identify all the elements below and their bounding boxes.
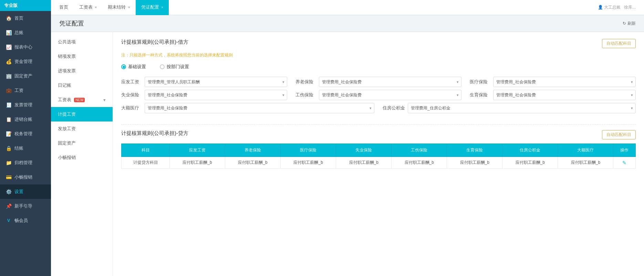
field-medical: 医疗保险 管理费用_社会保险费 (470, 77, 636, 87)
sidebar-item-settings[interactable]: ⚙️ 设置 (0, 184, 51, 199)
page-title-bar: 凭证配置 ↻ 刷新 (51, 15, 644, 32)
section1-note: 注：只能选择一种方式，系统将按照您当前的选择来配置规则 (121, 52, 636, 58)
field-unemployment: 失业保险 管理费用_社会保险费 (121, 90, 287, 100)
tax-icon: 📝 (6, 131, 12, 137)
maternity-label: 生育保险 (470, 92, 490, 98)
fund-icon: 💰 (6, 59, 12, 64)
th-large-medical: 大额医疗 (558, 144, 613, 157)
guide-icon: 📌 (6, 203, 12, 209)
medical-label: 医疗保险 (470, 79, 490, 85)
td-subject: 计提贷方科目 (122, 157, 170, 169)
section-credit: 计提核算规则(公司承担)-贷方 自动匹配科目 科目 应发工资 养老保险 医疗保险… (121, 130, 636, 169)
building-icon: 🏢 (6, 73, 12, 79)
app-edition: 专业版 (0, 0, 51, 11)
th-unemployment: 失业保险 (336, 144, 392, 157)
td-pension: 应付职工薪酬_b (225, 157, 281, 169)
close-payroll-table-tab[interactable]: × (95, 5, 97, 9)
lock-icon: 🔒 (6, 146, 12, 151)
left-nav-public-options[interactable]: 公共选项 (51, 35, 113, 49)
field-injury: 工伤保险 管理费用_社会保险费 (295, 90, 461, 100)
salary-icon: 💼 (6, 88, 12, 93)
field-maternity: 生育保险 管理费用_社会保险费 (470, 90, 636, 100)
medical-select[interactable]: 管理费用_社会保险费 (493, 77, 636, 87)
injury-select-wrapper: 管理费用_社会保险费 (319, 90, 461, 100)
sidebar-item-fixed-assets[interactable]: 🏢 固定资产 (0, 69, 51, 83)
tab-period-close[interactable]: 期末结转 × (102, 0, 135, 15)
th-subject: 科目 (122, 144, 170, 157)
td-medical: 应付职工薪酬_b (281, 157, 336, 169)
maternity-select-wrapper: 管理费用_社会保险费 (493, 90, 636, 100)
housing-fund-label: 住房公积金 (383, 105, 405, 111)
left-nav-purchase-invoice[interactable]: 进项发票 (51, 64, 113, 78)
tab-home[interactable]: 首页 (54, 0, 74, 15)
large-medical-select-wrapper: 管理费用_社会保险费 (145, 103, 374, 113)
th-injury: 工伤保险 (392, 144, 447, 157)
auto-match-credit-button[interactable]: 自动匹配科目 (602, 130, 636, 139)
refresh-icon: ↻ (623, 21, 626, 26)
debit-fields-row3: 大额医疗 管理费用_社会保险费 住房公积金 管理费用_住房公积金 (121, 103, 636, 113)
field-pension: 养老保险 管理费用_社会保险费 (295, 77, 461, 87)
unemployment-select[interactable]: 管理费用_社会保险费 (145, 90, 287, 100)
left-nav-journal[interactable]: 日记账 (51, 78, 113, 93)
radio-dept-setup-circle (160, 64, 165, 69)
left-nav-pay-salary[interactable]: 发放工资 (51, 121, 113, 136)
injury-select[interactable]: 管理费用_社会保险费 (319, 90, 461, 100)
archive-icon: 📁 (6, 160, 12, 166)
sidebar-item-salary[interactable]: 💼 工资 (0, 83, 51, 98)
auto-match-debit-button[interactable]: 自动匹配科目 (602, 39, 636, 48)
sidebar-item-member[interactable]: V 畅会员 (0, 213, 51, 228)
close-voucher-config-tab[interactable]: × (161, 5, 163, 9)
sidebar-item-tax-management[interactable]: 📝 税务管理 (0, 127, 51, 141)
close-period-close-tab[interactable]: × (128, 5, 130, 9)
large-medical-select[interactable]: 管理费用_社会保险费 (145, 103, 374, 113)
th-pension: 养老保险 (225, 144, 281, 157)
salary-select[interactable]: 管理费用_管理人员职工薪酬 (145, 77, 287, 87)
radio-dept-setup[interactable]: 按部门设置 (160, 64, 189, 70)
settings-icon: ⚙️ (6, 189, 12, 194)
pension-select[interactable]: 管理费用_社会保险费 (319, 77, 461, 87)
tab-voucher-config[interactable]: 凭证配置 × (136, 0, 169, 15)
radio-basic-setup[interactable]: 基础设置 (121, 64, 146, 70)
tab-payroll-table[interactable]: 工资表 × (74, 0, 102, 15)
credit-table: 科目 应发工资 养老保险 医疗保险 失业保险 工伤保险 生育保险 住房公积金 大… (121, 144, 636, 169)
sidebar-item-new-user-guide[interactable]: 📌 新手引导 (0, 199, 51, 213)
sidebar-item-xiaochang-expense[interactable]: 💳 小畅报销 (0, 170, 51, 184)
left-nav-calc-payroll[interactable]: 计提工资 (51, 107, 113, 121)
injury-label: 工伤保险 (295, 92, 316, 98)
section-divider (121, 124, 636, 125)
salary-label: 应发工资 (121, 79, 142, 85)
sidebar-item-home[interactable]: 🏠 首页 (0, 11, 51, 25)
sidebar-item-archive-management[interactable]: 📁 归档管理 (0, 156, 51, 170)
sidebar-item-report-center[interactable]: 📈 报表中心 (0, 40, 51, 54)
refresh-button[interactable]: ↻ 刷新 (623, 21, 636, 26)
member-icon: V (6, 218, 12, 223)
pension-select-wrapper: 管理费用_社会保险费 (319, 77, 461, 87)
td-maternity: 应付职工薪酬_b (447, 157, 502, 169)
sidebar-item-invoice-management[interactable]: 🧾 发票管理 (0, 98, 51, 112)
th-medical: 医疗保险 (281, 144, 336, 157)
sidebar: 专业版 🏠 首页 📊 总账 📈 报表中心 💰 资金管理 🏢 固定资产 💼 工资 … (0, 0, 51, 276)
td-unemployment: 应付职工薪酬_b (336, 157, 392, 169)
td-salary: 应付职工薪酬_b (170, 157, 225, 169)
sidebar-item-purchase-sales[interactable]: 📋 进销台账 (0, 112, 51, 127)
sidebar-item-general-ledger[interactable]: 📊 总账 (0, 25, 51, 40)
field-housing-fund: 住房公积金 管理费用_住房公积金 (383, 103, 636, 113)
housing-fund-select[interactable]: 管理费用_住房公积金 (408, 103, 636, 113)
left-nav-xiaochang-expense[interactable]: 小畅报销 (51, 150, 113, 165)
salary-select-wrapper: 管理费用_管理人员职工薪酬 (145, 77, 287, 87)
sidebar-item-fund-management[interactable]: 💰 资金管理 (0, 54, 51, 69)
td-action[interactable]: ✎ (613, 157, 636, 169)
table-header-row: 科目 应发工资 养老保险 医疗保险 失业保险 工伤保险 生育保险 住房公积金 大… (122, 144, 636, 157)
field-salary: 应发工资 管理费用_管理人员职工薪酬 (121, 77, 287, 87)
td-injury: 应付职工薪酬_b (392, 157, 447, 169)
left-nav-fixed-assets[interactable]: 固定资产 (51, 136, 113, 150)
td-large-medical: 应付职工薪酬_b (558, 157, 613, 169)
section1-title: 计提核算规则(公司承担)-借方 (121, 39, 188, 45)
sidebar-item-close-accounts[interactable]: 🔒 结账 (0, 141, 51, 156)
page-title: 凭证配置 (59, 19, 84, 28)
left-nav-sales-invoice[interactable]: 销项发票 (51, 49, 113, 64)
edit-row-icon[interactable]: ✎ (622, 160, 626, 166)
right-content: 计提核算规则(公司承担)-借方 自动匹配科目 注：只能选择一种方式，系统将按照您… (113, 32, 644, 276)
left-nav-payroll-table[interactable]: 工资表 NEW ▾ (51, 93, 113, 107)
maternity-select[interactable]: 管理费用_社会保险费 (493, 90, 636, 100)
